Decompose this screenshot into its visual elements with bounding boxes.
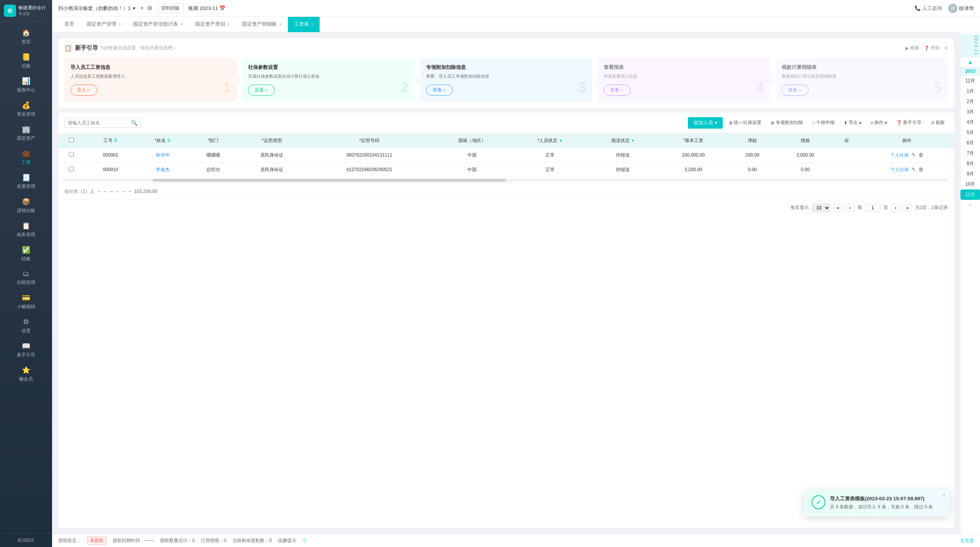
sidebar-item-ledger[interactable]: 📒 总账	[0, 49, 52, 73]
sidebar-item-reports[interactable]: 📊 报表中心	[0, 73, 52, 97]
tab-depreciation-close[interactable]: ×	[180, 22, 183, 26]
row-1-social-link[interactable]: 个人社保	[890, 152, 909, 158]
period-display: 账期 2023-11 📅	[188, 5, 226, 12]
guide-step-5-btn[interactable]: 查看＞	[782, 85, 808, 96]
sidebar-item-tax[interactable]: 📋 税务管理	[0, 218, 52, 242]
per-page-select[interactable]: 10 20 50	[812, 204, 830, 212]
tab-categories[interactable]: 固定资产类别 ×	[189, 17, 236, 32]
search-icon[interactable]: 🔍	[131, 120, 137, 126]
guide-help-link[interactable]: ❓ 帮助	[924, 45, 940, 51]
row-2-social-link[interactable]: 个人社保	[890, 167, 909, 172]
account-dropdown-icon: ▾	[133, 5, 136, 11]
help-button[interactable]: 📞 人工咨询	[915, 5, 942, 12]
cancel-fix-button[interactable]: 取消固定	[4, 537, 48, 543]
social-insurance-button[interactable]: ⊕ 统一社保设置	[726, 118, 764, 127]
tab-details[interactable]: 固定资产明细账 ×	[236, 17, 287, 32]
row-1-checkbox[interactable]	[69, 152, 74, 157]
tax-label: 个税申报	[816, 119, 835, 126]
sidebar-item-payroll[interactable]: 💼 工资	[0, 145, 52, 170]
renew-link[interactable]: 去充值	[960, 537, 974, 544]
toast-close-button[interactable]: ×	[942, 492, 946, 498]
sidebar-item-guide[interactable]: 📖 新手引导	[0, 338, 52, 362]
row-1-name-link[interactable]: 徐泽华	[156, 152, 170, 158]
tab-payroll[interactable]: 工资表 ×	[288, 17, 320, 32]
sidebar-item-home[interactable]: 🏠 首页	[0, 25, 52, 49]
sidebar-item-funds[interactable]: 💰 资金管理	[0, 97, 52, 121]
row-2-name-link[interactable]: 李俊杰	[156, 167, 170, 172]
calendar-month-5[interactable]: 5月	[960, 127, 980, 138]
guide-step-4-btn[interactable]: 查看＞	[604, 85, 630, 96]
calendar-month-1[interactable]: 1月	[960, 86, 980, 96]
sidebar-item-inventory[interactable]: 📦 进销台账	[0, 194, 52, 218]
calendar-month-7[interactable]: 7月	[960, 148, 980, 158]
row-2-delete-icon[interactable]: 🗑	[918, 167, 923, 172]
prev-page-button[interactable]: ‹	[846, 204, 854, 212]
user-name: 徐泽华	[959, 5, 974, 12]
footer-sep-2: --	[104, 189, 107, 194]
calendar-month-4[interactable]: 4月	[960, 117, 980, 127]
export-button[interactable]: ⬆ 导出 ▾	[841, 118, 864, 127]
row-1-edit-icon[interactable]: ✎	[911, 152, 916, 158]
expire-label: 授权到期时间：——	[113, 537, 154, 544]
select-all-checkbox[interactable]	[69, 137, 74, 142]
tab-details-close[interactable]: ×	[279, 22, 281, 26]
user-menu[interactable]: 徐 徐泽华	[948, 4, 974, 13]
search-input[interactable]	[68, 120, 129, 126]
tab-home[interactable]: 首页	[58, 17, 80, 32]
search-box[interactable]: 🔍	[64, 118, 141, 128]
refresh-button[interactable]: ↺ 刷新	[928, 118, 948, 127]
calendar-month-8[interactable]: 8月	[960, 158, 980, 169]
guide-step-2: 社保参数设置 完成社保参数设置自动计算社保公积金 设置＞ 2	[242, 58, 414, 102]
guide-close-button[interactable]: ×	[944, 45, 948, 52]
sidebar-item-expense[interactable]: 💳 小畅报销	[0, 290, 52, 314]
add-person-button[interactable]: 添加人员 ▾	[688, 117, 723, 129]
tab-depreciation[interactable]: 固定资产折旧统计表 ×	[127, 17, 189, 32]
gear-icon[interactable]: ⚙	[147, 5, 152, 12]
tab-assets-close[interactable]: ×	[119, 22, 121, 26]
calendar-month-2[interactable]: 2月	[960, 96, 980, 107]
add-icon[interactable]: +	[140, 5, 144, 12]
tab-payroll-close[interactable]: ×	[311, 22, 314, 26]
special-deduction-button[interactable]: ⊕ 专项附加扣除	[768, 118, 806, 127]
calendar-month-6[interactable]: 6月	[960, 138, 980, 148]
account-selector[interactable]: 刘小艳演示账套（勿删勿动！）1 ▾	[58, 5, 136, 12]
special-icon: ⊕	[771, 120, 774, 126]
guide-step-2-btn[interactable]: 设置＞	[248, 85, 275, 96]
calendar-month-10[interactable]: 10月	[960, 179, 980, 189]
sidebar-item-closing[interactable]: ✅ 结账	[0, 242, 52, 266]
operate-button[interactable]: ≡ 操作 ▾	[867, 118, 890, 127]
guide-video-link[interactable]: ▶ 视频	[905, 45, 919, 51]
calendar-expand-button[interactable]: ‹	[969, 201, 971, 208]
calendar-month-11[interactable]: 11月	[960, 189, 980, 200]
content-area: 📋 新手引导 5步快速完成设置，快去完善信息吧～ ▶ 视频 ❓ 帮助 ×	[52, 32, 980, 534]
next-page-button[interactable]: ›	[891, 204, 900, 212]
tax-report-button[interactable]: □ 个税申报	[809, 118, 838, 127]
horizontal-scrollbar[interactable]	[64, 179, 948, 182]
per-page-label: 每页显示	[791, 204, 809, 211]
first-page-button[interactable]: «	[833, 204, 843, 212]
guide-step-3-btn[interactable]: 查看＞	[426, 85, 453, 96]
tab-categories-close[interactable]: ×	[227, 22, 230, 26]
calendar-icon[interactable]: 📅	[219, 5, 225, 11]
calendar-month-12[interactable]: 12月	[960, 76, 980, 86]
row-2-checkbox[interactable]	[69, 167, 74, 171]
row-2-edit-icon[interactable]: ✎	[911, 167, 916, 172]
sidebar-item-archive[interactable]: 🗂 归档管理	[0, 266, 52, 290]
sidebar-label-archive: 归档管理	[17, 279, 35, 286]
calendar-up-arrow[interactable]: ▲	[966, 57, 975, 67]
row-1-delete-icon[interactable]: 🗑	[918, 152, 923, 158]
guide-step-1-btn[interactable]: 导入＞	[70, 85, 97, 96]
switch-version-button[interactable]: 切到旧版	[157, 3, 184, 13]
calendar-month-3[interactable]: 3月	[960, 107, 980, 117]
tab-depreciation-label: 固定资产折旧统计表	[133, 21, 178, 28]
last-page-button[interactable]: »	[903, 204, 912, 212]
tab-assets[interactable]: 固定资产管理 ×	[80, 17, 127, 32]
tab-payroll-label: 工资表	[294, 21, 309, 28]
new-guide-button[interactable]: ❓ 新手引导	[893, 118, 924, 127]
sidebar-item-invoices[interactable]: 🧾 发票管理	[0, 170, 52, 194]
page-number-input[interactable]	[865, 204, 880, 212]
sidebar-item-assets[interactable]: 🏢 固定资产	[0, 121, 52, 145]
calendar-month-9[interactable]: 9月	[960, 169, 980, 179]
sidebar-item-settings[interactable]: ⚙ 设置	[0, 314, 52, 338]
sidebar-item-member[interactable]: ⭐ 畅会员	[0, 362, 52, 386]
